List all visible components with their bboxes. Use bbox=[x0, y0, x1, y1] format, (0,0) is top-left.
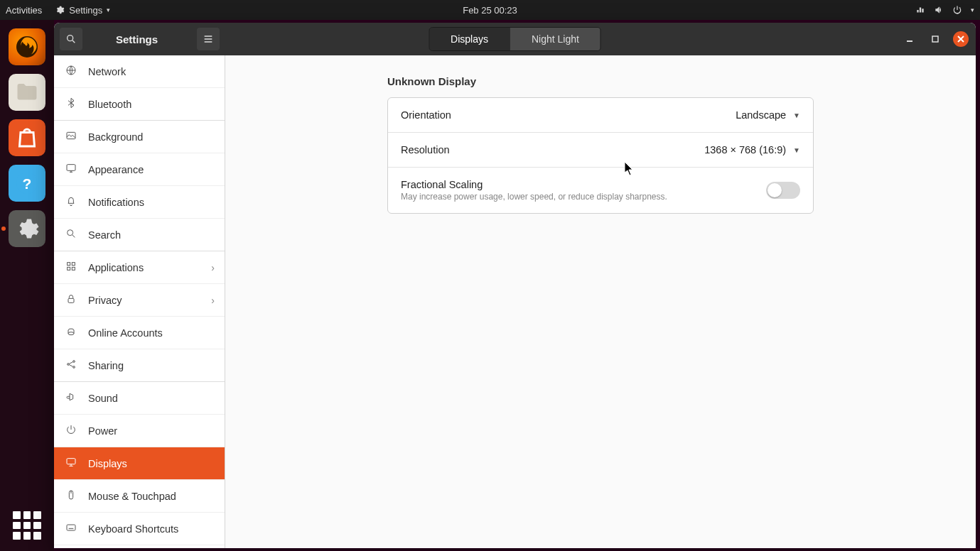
maximize-button[interactable] bbox=[927, 31, 943, 47]
online-accounts-icon bbox=[65, 326, 77, 339]
minimize-icon bbox=[905, 35, 914, 43]
dock-item-files[interactable] bbox=[9, 74, 45, 111]
shopping-bag-icon bbox=[14, 125, 40, 151]
sharing-icon bbox=[65, 359, 77, 372]
sidebar-item-label: Notifications bbox=[88, 197, 144, 208]
chevron-right-icon: › bbox=[211, 262, 215, 273]
sidebar-item-keyboard-shortcuts[interactable]: Keyboard Shortcuts bbox=[54, 513, 225, 545]
clock[interactable]: Feb 25 00:23 bbox=[463, 5, 517, 16]
tab-displays[interactable]: Displays bbox=[429, 28, 510, 50]
orientation-row[interactable]: Orientation Landscape ▼ bbox=[388, 98, 813, 133]
svg-rect-21 bbox=[67, 525, 75, 530]
firefox-icon bbox=[14, 34, 40, 60]
view-switcher: Displays Night Light bbox=[429, 27, 601, 51]
resolution-value: 1368 × 768 (16:9) bbox=[704, 144, 786, 156]
show-applications-button[interactable] bbox=[13, 511, 41, 540]
close-icon bbox=[957, 35, 965, 43]
svg-rect-14 bbox=[72, 267, 75, 270]
bluetooth-icon bbox=[65, 97, 77, 111]
resolution-row[interactable]: Resolution 1368 × 768 (16:9) ▼ bbox=[388, 133, 813, 168]
sidebar-item-label: Keyboard Shortcuts bbox=[88, 523, 178, 535]
background-icon bbox=[65, 130, 77, 143]
search-icon bbox=[65, 228, 77, 241]
primary-menu-button[interactable] bbox=[197, 28, 220, 50]
sidebar-item-displays[interactable]: Displays bbox=[54, 447, 225, 480]
svg-point-16 bbox=[68, 364, 70, 366]
dock-item-software[interactable] bbox=[9, 119, 45, 156]
sidebar-item-label: Displays bbox=[88, 458, 127, 469]
tab-night-light[interactable]: Night Light bbox=[510, 28, 601, 50]
chevron-right-icon: › bbox=[211, 295, 215, 306]
orientation-dropdown[interactable]: Landscape ▼ bbox=[736, 109, 800, 121]
sidebar-item-mouse-touchpad[interactable]: Mouse & Touchpad bbox=[54, 480, 225, 513]
sidebar-item-appearance[interactable]: Appearance bbox=[54, 153, 225, 186]
sidebar-item-sharing[interactable]: Sharing bbox=[54, 349, 225, 382]
sidebar-item-label: Applications bbox=[88, 262, 144, 273]
tab-displays-label: Displays bbox=[451, 33, 488, 45]
hamburger-icon bbox=[203, 33, 214, 45]
sidebar-item-bluetooth[interactable]: Bluetooth bbox=[54, 88, 225, 121]
dock-item-settings[interactable] bbox=[9, 210, 45, 247]
sidebar-item-online-accounts[interactable]: Online Accounts bbox=[54, 317, 225, 349]
system-status-area[interactable]: ▾ bbox=[915, 5, 974, 15]
sidebar-item-network[interactable]: Network bbox=[54, 55, 225, 88]
ubuntu-dock: ? bbox=[0, 20, 54, 551]
search-button[interactable] bbox=[60, 28, 82, 50]
tab-night-light-label: Night Light bbox=[532, 33, 579, 45]
sidebar-item-label: Online Accounts bbox=[88, 327, 163, 339]
svg-rect-15 bbox=[68, 298, 74, 302]
chevron-down-icon: ▾ bbox=[971, 6, 974, 13]
privacy-icon bbox=[65, 293, 77, 307]
sidebar-item-power[interactable]: Power bbox=[54, 415, 225, 447]
svg-line-4 bbox=[72, 40, 75, 43]
sidebar-item-label: Mouse & Touchpad bbox=[88, 491, 176, 502]
minimize-button[interactable] bbox=[902, 31, 917, 47]
fractional-scaling-switch[interactable] bbox=[766, 182, 800, 199]
dock-item-firefox[interactable] bbox=[9, 28, 45, 65]
window-title: Settings bbox=[82, 33, 191, 45]
sidebar-item-background[interactable]: Background bbox=[54, 121, 225, 153]
app-menu-label: Settings bbox=[69, 5, 102, 16]
fractional-scaling-row: Fractional Scaling May increase power us… bbox=[388, 168, 813, 213]
sidebar-item-label: Network bbox=[88, 66, 126, 77]
svg-rect-6 bbox=[932, 36, 938, 42]
resolution-label: Resolution bbox=[401, 144, 450, 156]
sidebar-item-search[interactable]: Search bbox=[54, 219, 225, 251]
activities-label: Activities bbox=[6, 5, 42, 16]
sidebar-item-applications[interactable]: Applications› bbox=[54, 251, 225, 284]
sidebar-item-label: Power bbox=[88, 425, 117, 437]
sidebar-item-label: Bluetooth bbox=[88, 99, 131, 110]
sidebar-item-label: Privacy bbox=[88, 295, 122, 306]
activities-button[interactable]: Activities bbox=[6, 5, 42, 16]
sidebar-item-privacy[interactable]: Privacy› bbox=[54, 284, 225, 317]
svg-point-3 bbox=[68, 36, 73, 41]
maximize-icon bbox=[931, 35, 939, 43]
sidebar-item-label: Search bbox=[88, 229, 121, 241]
network-icon bbox=[65, 65, 77, 78]
appearance-icon bbox=[65, 163, 77, 176]
mouse-touchpad-icon bbox=[65, 489, 77, 503]
svg-rect-13 bbox=[68, 267, 70, 270]
dock-item-help[interactable]: ? bbox=[9, 165, 45, 202]
settings-sidebar[interactable]: NetworkBluetoothBackgroundAppearanceNoti… bbox=[54, 55, 225, 548]
resolution-dropdown[interactable]: 1368 × 768 (16:9) ▼ bbox=[704, 144, 800, 156]
titlebar: Settings Displays Night Light bbox=[54, 23, 976, 55]
fractional-scaling-sublabel: May increase power usage, lower speed, o… bbox=[401, 192, 667, 202]
orientation-value: Landscape bbox=[736, 109, 786, 121]
close-button[interactable] bbox=[953, 31, 969, 47]
svg-point-17 bbox=[73, 361, 75, 363]
sidebar-item-sound[interactable]: Sound bbox=[54, 382, 225, 415]
svg-point-10 bbox=[68, 230, 73, 236]
display-name-heading: Unknown Display bbox=[387, 75, 814, 87]
clock-label: Feb 25 00:23 bbox=[463, 5, 517, 16]
sidebar-item-notifications[interactable]: Notifications bbox=[54, 186, 225, 219]
app-menu-button[interactable]: Settings ▾ bbox=[55, 5, 110, 16]
applications-icon bbox=[65, 261, 77, 274]
svg-rect-12 bbox=[72, 263, 75, 266]
chevron-down-icon: ▼ bbox=[793, 111, 800, 119]
settings-window: Settings Displays Night Light NetworkBlu… bbox=[54, 23, 976, 548]
displays-panel: Unknown Display Orientation Landscape ▼ … bbox=[225, 55, 976, 548]
power-icon bbox=[952, 5, 962, 15]
sidebar-item-label: Sharing bbox=[88, 360, 124, 371]
display-settings-panel: Orientation Landscape ▼ Resolution 1368 … bbox=[387, 97, 814, 214]
